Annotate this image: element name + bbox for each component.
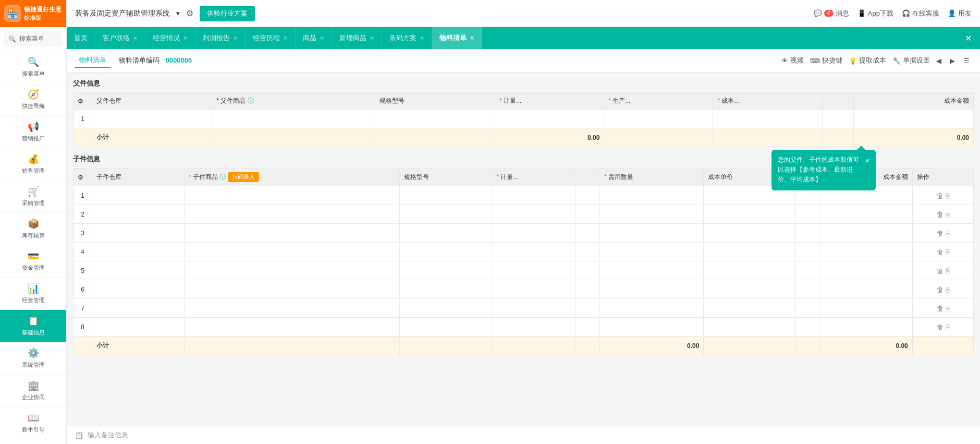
- child-row-4-spec[interactable]: [400, 243, 492, 261]
- sub-nav-action-view[interactable]: 👁视频: [781, 56, 804, 65]
- top-nav-tab-bom[interactable]: 物料清单✕: [432, 27, 482, 49]
- sidebar-item-finance[interactable]: 💳资金管理: [0, 245, 66, 278]
- child-row-4-product[interactable]: [185, 243, 400, 261]
- sidebar-item-marketing[interactable]: 📢营销推广: [0, 116, 66, 148]
- tab-close-history[interactable]: ✕: [283, 35, 288, 42]
- top-nav-tab-customers[interactable]: 客户联络✕: [95, 27, 145, 49]
- sub-nav-bom-list[interactable]: 物料清单: [75, 53, 111, 68]
- child-row-8-unit[interactable]: [492, 318, 576, 337]
- child-row-1-copy-icon[interactable]: ⎘: [946, 191, 950, 200]
- trial-button[interactable]: 体验行业方案: [200, 6, 255, 21]
- child-row-2-spec[interactable]: [400, 205, 492, 224]
- child-row-3-copy-icon[interactable]: ⎘: [946, 229, 950, 237]
- tab-close-new-products[interactable]: ✕: [370, 35, 374, 42]
- search-menu-button[interactable]: 🔍 搜索菜单: [4, 31, 62, 46]
- sidebar-item-purchase[interactable]: 🛒采购管理: [0, 181, 66, 213]
- child-row-2-qty[interactable]: [600, 205, 704, 224]
- sub-nav-action-shortcut[interactable]: ⌨快捷键: [810, 56, 842, 65]
- child-row-7-unit[interactable]: [492, 299, 576, 318]
- sidebar-item-sales[interactable]: 💰销售管理: [0, 148, 66, 181]
- child-row-7-delete-icon[interactable]: 🗑: [936, 304, 944, 313]
- sidebar-item-guide[interactable]: 📖新手引导: [0, 407, 66, 439]
- child-row-7-copy-icon[interactable]: ⎘: [946, 304, 950, 313]
- child-row-2-delete-icon[interactable]: 🗑: [936, 210, 944, 219]
- header-settings-icon[interactable]: ⚙: [186, 8, 193, 18]
- child-row-1-spec[interactable]: [400, 186, 492, 205]
- child-row-7-qty[interactable]: [600, 299, 704, 318]
- top-nav-tab-profit[interactable]: 利润报告✕: [195, 27, 246, 49]
- child-row-2-unitcost[interactable]: [704, 205, 796, 224]
- parent-row-1-cost[interactable]: [713, 110, 822, 128]
- child-row-3-delete-icon[interactable]: 🗑: [936, 229, 944, 237]
- child-row-7-spec[interactable]: [400, 299, 492, 318]
- child-row-1-delete-icon[interactable]: 🗑: [936, 191, 944, 200]
- top-nav-close-button[interactable]: ✕: [961, 31, 976, 45]
- child-row-3-unitcost[interactable]: [704, 224, 796, 243]
- child-row-5-delete-icon[interactable]: 🗑: [936, 267, 944, 275]
- child-row-8-spec[interactable]: [400, 318, 492, 337]
- top-nav-tab-new-products[interactable]: 新增商品✕: [332, 27, 382, 49]
- child-row-1-unit[interactable]: [492, 186, 576, 205]
- child-row-3-qty[interactable]: [600, 224, 704, 243]
- child-row-8-copy-icon[interactable]: ⎘: [946, 323, 950, 331]
- sub-nav-action-single-settings[interactable]: 🔧单据设置: [892, 56, 930, 65]
- child-row-4-qty[interactable]: [600, 243, 704, 261]
- top-nav-tab-products[interactable]: 商品✕: [296, 27, 332, 49]
- child-row-6-copy-icon[interactable]: ⎘: [946, 285, 950, 294]
- child-row-3-warehouse[interactable]: [92, 224, 185, 243]
- top-nav-tab-barcode[interactable]: 条码方案✕: [382, 27, 432, 49]
- child-row-4-unitcost[interactable]: [704, 243, 796, 261]
- tab-close-barcode[interactable]: ✕: [420, 35, 424, 42]
- child-row-5-unitcost[interactable]: [704, 261, 796, 280]
- parent-row-1-produce[interactable]: [604, 110, 713, 128]
- child-row-6-warehouse[interactable]: [92, 280, 185, 299]
- sidebar-item-enterprise[interactable]: 🏢企业协同: [0, 375, 66, 407]
- sub-nav-action-prev[interactable]: ◀: [936, 57, 944, 65]
- header-dropdown[interactable]: ▾: [176, 9, 180, 17]
- child-row-5-warehouse[interactable]: [92, 261, 185, 280]
- sub-nav-action-next[interactable]: ▶: [950, 57, 957, 65]
- scan-input-button[interactable]: 扫码录入: [228, 172, 259, 182]
- parent-row-1-product[interactable]: [212, 110, 375, 128]
- parent-row-1-warehouse[interactable]: [92, 110, 212, 128]
- sidebar-item-inventory[interactable]: 📦库存核算: [0, 213, 66, 245]
- child-row-5-unit[interactable]: [492, 261, 576, 280]
- child-row-6-spec[interactable]: [400, 280, 492, 299]
- child-row-6-unit[interactable]: [492, 280, 576, 299]
- tab-close-profit[interactable]: ✕: [233, 35, 238, 42]
- child-row-3-product[interactable]: [185, 224, 400, 243]
- child-row-6-delete-icon[interactable]: 🗑: [936, 285, 944, 294]
- sidebar-item-system[interactable]: ⚙️系统管理: [0, 342, 66, 375]
- child-row-8-qty[interactable]: [600, 318, 704, 337]
- child-row-5-qty[interactable]: [600, 261, 704, 280]
- child-row-4-unit[interactable]: [492, 243, 576, 261]
- child-row-7-unitcost[interactable]: [704, 299, 796, 318]
- sidebar-item-search[interactable]: 🔍搜索菜单: [0, 51, 66, 83]
- tab-close-bom[interactable]: ✕: [470, 35, 474, 42]
- header-messages[interactable]: 💬6消息: [814, 9, 849, 18]
- child-row-5-copy-icon[interactable]: ⎘: [946, 267, 950, 275]
- child-row-4-delete-icon[interactable]: 🗑: [936, 248, 944, 256]
- child-row-5-spec[interactable]: [400, 261, 492, 280]
- child-row-1-product[interactable]: [185, 186, 400, 205]
- child-row-5-product[interactable]: [185, 261, 400, 280]
- child-row-7-product[interactable]: [185, 299, 400, 318]
- child-row-2-unit[interactable]: [492, 205, 576, 224]
- parent-th-settings[interactable]: ⚙: [74, 93, 92, 110]
- tab-close-customers[interactable]: ✕: [133, 35, 138, 42]
- top-nav-tab-history[interactable]: 经营历程✕: [246, 27, 296, 49]
- child-row-6-product[interactable]: [185, 280, 400, 299]
- child-row-1-qty[interactable]: [600, 186, 704, 205]
- child-row-8-product[interactable]: [185, 318, 400, 337]
- child-row-6-qty[interactable]: [600, 280, 704, 299]
- sidebar-item-operations[interactable]: 📊经营管理: [0, 278, 66, 310]
- child-row-2-copy-icon[interactable]: ⎘: [946, 210, 950, 219]
- sidebar-item-quick-nav[interactable]: 🧭快捷导航: [0, 83, 66, 116]
- child-row-8-delete-icon[interactable]: 🗑: [936, 323, 944, 331]
- sub-nav-action-menu[interactable]: ☰: [963, 57, 972, 65]
- tab-close-business[interactable]: ✕: [183, 35, 188, 42]
- sidebar-item-basic-info[interactable]: 📋基础信息: [0, 310, 66, 342]
- child-row-7-warehouse[interactable]: [92, 299, 185, 318]
- tooltip-close-button[interactable]: ×: [865, 155, 869, 166]
- parent-row-1-spec[interactable]: [375, 110, 495, 128]
